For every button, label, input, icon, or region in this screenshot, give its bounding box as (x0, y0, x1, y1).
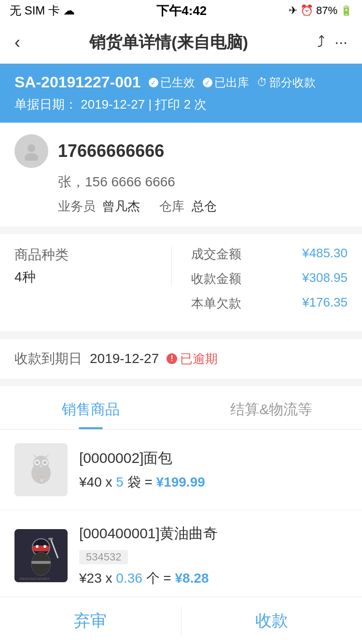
bottom-bar: 弃审 收款 (0, 597, 362, 644)
deal-amount-label: 成交金额 (191, 246, 241, 263)
warehouse-value: 总仓 (192, 199, 217, 213)
product-qty-1: 5 (116, 475, 124, 490)
overdue-badge: ! 已逾期 (167, 350, 218, 367)
location-icon: ✈ (289, 4, 297, 17)
receipt-amount-row: 收款金额 ¥308.95 (191, 270, 348, 287)
header-card: SA-20191227-001 ✓ 已生效 ✓ 已出库 ⏱ 部分收款 单据日期：… (0, 64, 362, 123)
owing-label: 本单欠款 (191, 295, 241, 312)
products-section: 🦉+ [0000002]面包 ¥40 x 5 袋 = ¥199.99 (0, 430, 362, 602)
list-item: blackcard-whaleX [000400001]黄油曲奇 534532 … (0, 510, 362, 602)
customer-meta: 业务员 曾凡杰 仓库 总仓 (14, 198, 348, 215)
deal-amount-row: 成交金额 ¥485.30 (191, 246, 348, 263)
product-type-count: 4种 (14, 268, 171, 286)
tabs-section: 销售商品 结算&物流等 (0, 386, 362, 430)
tab-sales-products[interactable]: 销售商品 (0, 386, 181, 429)
more-icon[interactable]: ··· (334, 33, 348, 51)
product-thumbnail-1: 🦉+ (14, 443, 68, 496)
order-date-row: 单据日期： 2019-12-27 | 打印 2 次 (14, 96, 348, 113)
product-tag-2: 534532 (79, 550, 128, 564)
list-item: 🦉+ [0000002]面包 ¥40 x 5 袋 = ¥199.99 (0, 430, 362, 510)
share-icon[interactable]: ⤴ (317, 33, 325, 51)
svg-text:🦉+: 🦉+ (38, 476, 50, 484)
due-date-section: 收款到期日 2019-12-27 ! 已逾期 (0, 339, 362, 378)
status-left: 无 SIM 卡 ☁ (10, 3, 75, 18)
collect-payment-button[interactable]: 收款 (181, 597, 362, 644)
status-time: 下午4:42 (156, 2, 207, 19)
tab-settlement[interactable]: 结算&物流等 (181, 386, 362, 429)
svg-rect-14 (32, 546, 50, 551)
receipt-amount-label: 收款金额 (191, 270, 241, 287)
svg-point-16 (43, 545, 46, 548)
shipped-badge: ✓ 已出库 (203, 75, 249, 90)
customer-name-phone: 张，156 6666 6666 (14, 173, 348, 191)
customer-section: 17666666666 张，156 6666 6666 业务员 曾凡杰 仓库 总… (0, 123, 362, 226)
svg-text:blackcard-whaleX: blackcard-whaleX (19, 576, 50, 581)
salesperson-label: 业务员 曾凡杰 (58, 198, 140, 215)
effective-badge: ✓ 已生效 (149, 75, 195, 90)
order-status-row: SA-20191227-001 ✓ 已生效 ✓ 已出库 ⏱ 部分收款 (14, 73, 348, 91)
svg-point-0 (28, 144, 35, 152)
nav-bar: ‹ 销货单详情(来自电脑) ⤴ ··· (0, 21, 362, 64)
product-total-1: ¥199.99 (156, 475, 205, 490)
check-icon: ✓ (149, 78, 158, 87)
stats-section: 商品种类 4种 成交金额 ¥485.30 收款金额 ¥308.95 本单欠款 ¥… (0, 234, 362, 331)
due-date-value: 2019-12-27 (90, 351, 159, 366)
alarm-icon: ⏰ (300, 4, 313, 17)
order-number: SA-20191227-001 (14, 73, 141, 91)
warehouse-label: 仓库 总仓 (159, 198, 216, 215)
battery-icon: 🔋 (340, 5, 352, 16)
receipt-amount-value: ¥308.95 (302, 270, 348, 287)
svg-point-15 (36, 545, 39, 548)
partial-receipt-badge: ⏱ 部分收款 (257, 75, 316, 90)
nav-actions: ⤴ ··· (317, 33, 348, 51)
customer-row: 17666666666 (14, 134, 348, 168)
customer-phone: 17666666666 (58, 141, 164, 161)
product-qty-2: 0.36 (116, 571, 142, 586)
product-total-2: ¥8.28 (175, 571, 209, 586)
svg-rect-18 (31, 561, 51, 564)
product-info-2: [000400001]黄油曲奇 534532 ¥23 x 0.36 个 = ¥8… (79, 524, 348, 588)
svg-point-1 (25, 153, 38, 161)
product-thumbnail-2: blackcard-whaleX (14, 529, 68, 582)
svg-rect-20 (48, 538, 53, 540)
svg-point-6 (36, 461, 39, 464)
owing-value: ¥176.35 (302, 295, 348, 312)
back-button[interactable]: ‹ (14, 32, 20, 53)
sim-status: 无 SIM 卡 ☁ (10, 3, 75, 18)
clock-icon: ⏱ (257, 76, 267, 89)
stats-right: 成交金额 ¥485.30 收款金额 ¥308.95 本单欠款 ¥176.35 (172, 246, 348, 320)
stats-left: 商品种类 4种 (14, 246, 172, 286)
battery-status: 87% (316, 4, 337, 17)
tabs: 销售商品 结算&物流等 (0, 386, 362, 429)
status-bar: 无 SIM 卡 ☁ 下午4:42 ✈ ⏰ 87% 🔋 (0, 0, 362, 21)
svg-point-7 (43, 461, 46, 464)
overdue-text: 已逾期 (180, 350, 218, 367)
avatar (14, 134, 48, 168)
deal-amount-value: ¥485.30 (302, 246, 348, 263)
status-right: ✈ ⏰ 87% 🔋 (289, 4, 352, 17)
product-name-1: [0000002]面包 (79, 448, 348, 468)
page-title: 销货单详情(来自电脑) (89, 31, 248, 54)
product-name-2: [000400001]黄油曲奇 (79, 524, 348, 544)
salesperson-value: 曾凡杰 (102, 199, 140, 213)
cancel-review-button[interactable]: 弃审 (0, 597, 181, 644)
owing-row: 本单欠款 ¥176.35 (191, 295, 348, 312)
product-info-1: [0000002]面包 ¥40 x 5 袋 = ¥199.99 (79, 448, 348, 491)
product-type-label: 商品种类 (14, 246, 171, 264)
product-price-1: ¥40 x 5 袋 = ¥199.99 (79, 473, 348, 491)
due-date-label: 收款到期日 (14, 350, 82, 368)
overdue-icon: ! (167, 353, 177, 364)
product-price-2: ¥23 x 0.36 个 = ¥8.28 (79, 569, 348, 588)
check-icon2: ✓ (203, 78, 212, 87)
